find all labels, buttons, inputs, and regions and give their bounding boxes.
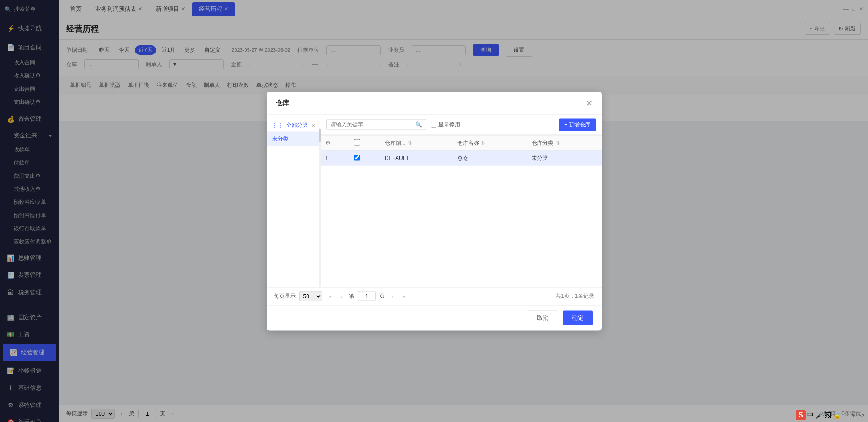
warehouse-dialog: 仓库 ✕ ⋮⋮ 全部分类 « 未分类 🔍: [267, 92, 602, 330]
th-name[interactable]: 仓库名称 ⇅: [453, 135, 527, 150]
dialog-search-box[interactable]: 🔍: [326, 119, 426, 130]
s-icon: S: [796, 410, 806, 420]
th-code[interactable]: 仓库编... ⇅: [380, 135, 453, 150]
cancel-button[interactable]: 取消: [528, 310, 558, 325]
table-header-tr: ⚙ 仓库编... ⇅ 仓库名称 ⇅: [321, 135, 602, 150]
dialog-header: 仓库 ✕: [267, 92, 602, 115]
dialog-pagination-bar: 每页显示 50 10 20 100 « ‹ 第 页 › » 共1页，1条记录: [267, 287, 602, 305]
td-checkbox[interactable]: [349, 150, 380, 166]
dialog-search-input[interactable]: [331, 121, 413, 128]
add-warehouse-button[interactable]: + 新增仓库: [559, 118, 596, 131]
category-uncategorized[interactable]: 未分类: [267, 131, 321, 146]
tray-icon-4: 🔒: [833, 412, 841, 419]
td-category: 未分类: [527, 150, 601, 166]
dialog-body: ⋮⋮ 全部分类 « 未分类 🔍 显示停用 +: [267, 115, 602, 287]
dialog-close-icon[interactable]: ✕: [586, 98, 593, 108]
th-checkbox: [349, 135, 380, 150]
dialog-right-panel: 🔍 显示停用 + 新增仓库 ⚙: [321, 115, 602, 287]
sort-name-icon: ⇅: [481, 140, 485, 145]
sort-code-icon: ⇅: [408, 140, 412, 145]
dialog-total-label: 共1页，1条记录: [556, 292, 594, 300]
dialog-next-page[interactable]: ›: [388, 292, 396, 300]
confirm-button[interactable]: 确定: [563, 310, 593, 325]
dialog-per-page-label: 每页显示: [274, 292, 296, 300]
all-categories-header[interactable]: ⋮⋮ 全部分类 «: [267, 118, 321, 131]
sort-category-icon: ⇅: [556, 140, 560, 145]
warehouse-table: ⚙ 仓库编... ⇅ 仓库名称 ⇅: [321, 135, 602, 166]
config-icon: ⚙: [326, 140, 331, 146]
table-row[interactable]: 1 DEFAULT 总仓 未分类: [321, 150, 602, 166]
collapse-btn[interactable]: «: [312, 121, 315, 129]
dialog-left-panel: ⋮⋮ 全部分类 « 未分类: [267, 115, 321, 287]
th-config: ⚙: [321, 135, 350, 150]
row-checkbox[interactable]: [354, 154, 360, 160]
right-toolbar: 🔍 显示停用 + 新增仓库: [321, 115, 602, 135]
tray-icon-3: 🖼: [825, 412, 831, 419]
tray-icon-1: 中: [807, 411, 814, 419]
all-categories-icon: ⋮⋮: [272, 122, 283, 128]
dialog-page-label: 第: [349, 292, 354, 300]
dialog-last-page[interactable]: »: [399, 292, 408, 300]
left-scrollbar[interactable]: [319, 128, 321, 287]
dialog-prev-page[interactable]: ‹: [338, 292, 345, 300]
td-rownum: 1: [321, 150, 350, 166]
dialog-title: 仓库: [276, 99, 289, 107]
tray-icon-2: 🎤: [815, 412, 823, 419]
select-all-checkbox[interactable]: [354, 139, 360, 145]
dialog-search-icon: 🔍: [415, 121, 422, 128]
show-disabled-checkbox[interactable]: [431, 121, 436, 127]
taskbar-system-tray: S 中 🎤 🖼 🔒: [796, 410, 841, 420]
dialog-first-page[interactable]: «: [326, 292, 335, 300]
scroll-thumb: [319, 128, 321, 142]
td-name: 总仓: [453, 150, 527, 166]
td-code: DEFAULT: [380, 150, 453, 166]
dialog-page-label2: 页: [379, 292, 385, 300]
dialog-footer: 取消 确定: [267, 305, 602, 330]
dialog-page-input[interactable]: [358, 291, 376, 301]
th-category[interactable]: 仓库分类 ⇅: [527, 135, 601, 150]
dialog-per-page-select[interactable]: 50 10 20 100: [299, 291, 322, 301]
show-disabled-label[interactable]: 显示停用: [431, 121, 460, 128]
time-display: 17:52: [852, 413, 864, 418]
